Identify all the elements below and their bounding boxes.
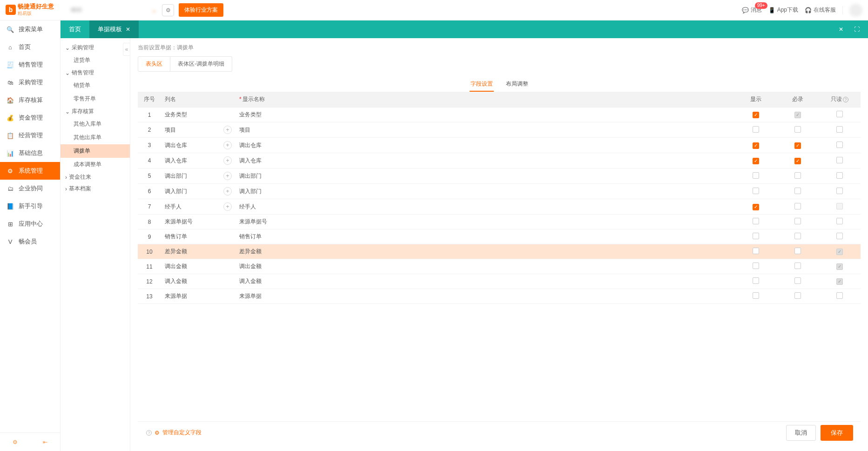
cell-display-name[interactable]: 调入仓库 (236, 153, 735, 168)
close-all-tabs-button[interactable]: ✕ (835, 24, 847, 35)
sub-tab[interactable]: 字段设置 (470, 77, 494, 92)
org-selector[interactable]: 组织 ⌄ (71, 6, 156, 14)
cell-display-name[interactable]: 项目 (236, 122, 735, 138)
required-checkbox[interactable] (794, 188, 801, 194)
readonly-checkbox[interactable] (836, 233, 843, 239)
required-checkbox[interactable] (794, 126, 801, 133)
cell-display-name[interactable]: 来源单据 (236, 289, 735, 304)
cell-display-name[interactable]: 经手人 (236, 199, 735, 215)
nav-item-home[interactable]: ⌂首页 (0, 38, 60, 56)
collapse-panel-button[interactable]: « (123, 43, 130, 56)
nav-item-operation[interactable]: 📋经营管理 (0, 127, 60, 144)
nav-item-collab[interactable]: 🗂企业协同 (0, 180, 60, 197)
nav-item-system[interactable]: ⚙系统管理 (0, 162, 60, 180)
tree-item[interactable]: 零售开单 (61, 92, 130, 106)
show-checkbox[interactable] (753, 233, 759, 239)
tree-item[interactable]: 其他入库单 (61, 117, 130, 131)
nav-item-search[interactable]: 🔍搜索菜单 (0, 20, 60, 38)
add-icon[interactable]: + (223, 126, 232, 134)
tree-item[interactable]: 其他出库单 (61, 131, 130, 144)
add-icon[interactable]: + (223, 187, 232, 195)
show-checkbox[interactable] (753, 248, 759, 254)
show-checkbox[interactable] (753, 142, 759, 149)
required-checkbox[interactable] (794, 142, 801, 149)
cell-display-name[interactable]: 业务类型 (236, 108, 735, 122)
tab-t-home[interactable]: 首页 (61, 20, 89, 38)
tree-group[interactable]: ⌄采购管理 (61, 42, 130, 54)
show-checkbox[interactable] (753, 188, 759, 194)
help-icon[interactable]: ? (146, 430, 152, 436)
show-checkbox[interactable] (753, 292, 759, 299)
tree-item[interactable]: 销货单 (61, 79, 130, 92)
app-download-button[interactable]: 📱 App下载 (768, 6, 798, 14)
readonly-checkbox[interactable] (836, 111, 843, 117)
readonly-checkbox[interactable] (836, 218, 843, 224)
tree-group[interactable]: ⌄库存核算 (61, 106, 130, 117)
tree-item[interactable]: 调拨单 (61, 144, 130, 158)
show-checkbox[interactable] (753, 158, 759, 164)
required-checkbox[interactable] (794, 172, 801, 179)
settings-icon[interactable]: ⚙ (13, 439, 18, 445)
area-tab[interactable]: 表头区 (138, 56, 170, 72)
add-icon[interactable]: + (223, 156, 232, 165)
readonly-checkbox[interactable] (836, 141, 843, 148)
readonly-checkbox[interactable] (836, 172, 843, 179)
nav-item-sales[interactable]: 🧾销售管理 (0, 56, 60, 74)
add-icon[interactable]: + (223, 202, 232, 211)
nav-item-inventory[interactable]: 🏠库存核算 (0, 91, 60, 109)
show-checkbox[interactable] (753, 204, 759, 210)
show-checkbox[interactable] (753, 263, 759, 269)
tab-t-template[interactable]: 单据模板✕ (89, 20, 139, 38)
nav-item-funds[interactable]: 💰资金管理 (0, 109, 60, 127)
cell-display-name[interactable]: 调出金额 (236, 259, 735, 274)
fullscreen-button[interactable]: ⛶ (851, 24, 862, 35)
tree-group[interactable]: ›基本档案 (61, 183, 130, 195)
show-checkbox[interactable] (753, 277, 759, 284)
show-checkbox[interactable] (753, 172, 759, 179)
industry-plan-button[interactable]: 体验行业方案 (179, 3, 223, 17)
add-icon[interactable]: + (223, 172, 232, 180)
add-icon[interactable]: + (223, 141, 232, 149)
show-checkbox[interactable] (753, 126, 759, 133)
show-checkbox[interactable] (753, 218, 759, 224)
collapse-nav-icon[interactable]: ⇤ (43, 439, 47, 445)
save-button[interactable]: 保存 (821, 425, 853, 441)
tree-item[interactable]: 进货单 (61, 54, 130, 67)
required-checkbox[interactable] (794, 292, 801, 299)
help-icon[interactable]: ? (843, 97, 848, 102)
sub-tab[interactable]: 布局调整 (505, 77, 529, 92)
readonly-checkbox[interactable] (836, 292, 843, 299)
readonly-checkbox[interactable] (836, 157, 843, 163)
tree-item[interactable]: 成本调整单 (61, 158, 130, 171)
required-checkbox[interactable] (794, 248, 801, 254)
cell-display-name[interactable]: 来源单据号 (236, 215, 735, 229)
required-checkbox[interactable] (794, 233, 801, 239)
settings-button[interactable]: ⚙ (162, 4, 174, 16)
required-checkbox[interactable] (794, 158, 801, 164)
cancel-button[interactable]: 取消 (786, 425, 816, 441)
user-avatar[interactable] (849, 4, 862, 17)
tree-group[interactable]: ›资金往来 (61, 171, 130, 183)
required-checkbox[interactable] (794, 263, 801, 269)
cell-display-name[interactable]: 销售订单 (236, 229, 735, 244)
online-service-button[interactable]: 🎧 在线客服 (805, 6, 836, 14)
tree-group[interactable]: ⌄销售管理 (61, 67, 130, 79)
nav-item-member[interactable]: V畅会员 (0, 233, 60, 250)
close-icon[interactable]: ✕ (126, 26, 130, 33)
cell-display-name[interactable]: 调入部门 (236, 184, 735, 199)
readonly-checkbox[interactable] (836, 126, 843, 133)
readonly-checkbox[interactable] (836, 188, 843, 194)
messages-button[interactable]: 💬 消息 99+ (742, 6, 762, 14)
cell-display-name[interactable]: 差异金额 (236, 244, 735, 259)
cell-display-name[interactable]: 调入金额 (236, 274, 735, 289)
area-tab[interactable]: 表体区-调拨单明细 (170, 56, 232, 72)
required-checkbox[interactable] (794, 218, 801, 224)
cell-display-name[interactable]: 调出部门 (236, 168, 735, 184)
nav-item-guide[interactable]: 📘新手引导 (0, 197, 60, 215)
nav-item-baseinfo[interactable]: 📊基础信息 (0, 144, 60, 162)
cell-display-name[interactable]: 调出仓库 (236, 138, 735, 153)
show-checkbox[interactable] (753, 112, 759, 118)
manage-custom-fields-link[interactable]: 管理自定义字段 (162, 429, 202, 437)
required-checkbox[interactable] (794, 203, 801, 209)
required-checkbox[interactable] (794, 277, 801, 284)
